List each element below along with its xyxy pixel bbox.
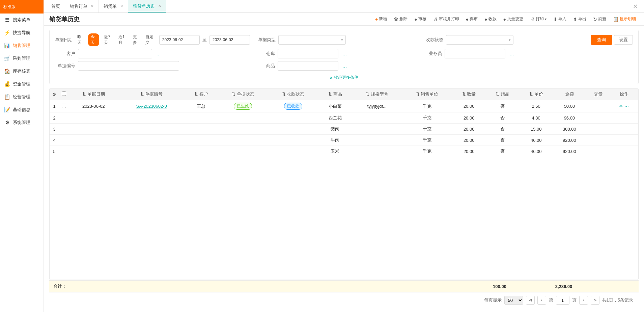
sidebar-item-system[interactable]: ⚙ 系统管理 (0, 116, 44, 129)
col-goods[interactable]: ⇅ 商品 (318, 88, 352, 100)
col-spec[interactable]: ⇅ 规格型号 (352, 88, 402, 100)
row-more-btn[interactable]: ⋯ (624, 104, 629, 109)
delete-icon: 🗑 (394, 17, 398, 22)
refresh-button[interactable]: ↻ 刷新 (590, 15, 609, 23)
row-seq: 4 (50, 135, 59, 146)
audit-print-button[interactable]: 🖨 审核并打印 (430, 15, 462, 23)
import-button[interactable]: ⬇ 导入 (551, 15, 569, 23)
tab-sales-history[interactable]: 销货单历史 ✕ (128, 0, 166, 12)
row-seq: 1 (50, 100, 59, 112)
col-doc-status[interactable]: ⇅ 单据状态 (218, 88, 268, 100)
abandon-icon: ● (466, 17, 469, 22)
row-doc-no: SA-20230602-0 (119, 100, 185, 112)
date-tab-more[interactable]: 更多 (131, 33, 141, 46)
export-button[interactable]: ⬆ 导出 (570, 15, 589, 23)
sidebar-item-basic-info[interactable]: 📝 基础信息 (0, 103, 44, 116)
date-range-sep: 至 (202, 37, 207, 43)
date-tab-yesterday[interactable]: 昨天 (75, 33, 85, 46)
warehouse-ellipsis[interactable]: … (341, 51, 348, 56)
tab-close-all-btn[interactable]: ✕ (629, 3, 641, 10)
per-page-select[interactable]: 50 100 (504, 296, 523, 305)
sidebar-item-sales[interactable]: 📊 销售管理 (0, 39, 44, 52)
show-detail-button[interactable]: 📋 显示明细 (610, 15, 639, 23)
date-from-input[interactable] (159, 35, 200, 45)
filter-row-2: 客户 … 仓库 … 业务员 … (55, 49, 633, 58)
warehouse-input[interactable] (278, 49, 338, 58)
tab-sales-order[interactable]: 销售订单 ✕ (65, 0, 99, 12)
date-tab-custom[interactable]: 自定义 (143, 33, 157, 46)
page-input[interactable] (556, 296, 569, 305)
doc-no-input[interactable] (78, 61, 179, 71)
collapse-arrow-icon: ∧ (330, 75, 333, 80)
sidebar-item-search-menu[interactable]: ☰ 搜索菜单 (0, 14, 44, 26)
row-spec (352, 135, 402, 146)
sidebar-item-label: 基础信息 (13, 107, 30, 113)
col-gift[interactable]: ⇅ 赠品 (486, 88, 520, 100)
doc-type-select[interactable] (278, 35, 346, 45)
audit-button[interactable]: ● 审核 (412, 15, 429, 23)
tab-sales-order-close[interactable]: ✕ (91, 4, 94, 8)
col-gear[interactable]: ⚙ (50, 88, 59, 100)
tab-sales-history-close[interactable]: ✕ (158, 4, 161, 8)
row-doc-no (119, 124, 185, 135)
tab-sales-goods-label: 销货单 (104, 3, 117, 9)
doc-no-link[interactable]: SA-20230602-0 (136, 104, 167, 109)
purchase-icon: 🛒 (4, 55, 10, 61)
row-doc-no (119, 112, 185, 124)
abandon-button[interactable]: ● 弃审 (463, 15, 480, 23)
col-collect-status[interactable]: ⇅ 收款状态 (268, 88, 318, 100)
row-qty: 20.00 (452, 100, 486, 112)
date-tab-today[interactable]: 今天 (88, 33, 100, 46)
date-to-input[interactable] (209, 35, 250, 45)
customer-input[interactable] (78, 49, 152, 58)
tab-sales-goods[interactable]: 销货单 ✕ (99, 0, 128, 12)
sidebar-item-operations[interactable]: 📋 经营管理 (0, 90, 44, 103)
delete-button[interactable]: 🗑 删除 (391, 15, 410, 23)
tab-home[interactable]: 首页 (47, 0, 65, 12)
prev-page-btn[interactable]: ‹ (537, 296, 546, 305)
row-doc-date (68, 146, 119, 157)
col-unit[interactable]: ⇅ 销售单位 (402, 88, 452, 100)
col-doc-no[interactable]: ⇅ 单据编号 (119, 88, 185, 100)
row-delivery (586, 135, 610, 146)
sidebar-item-inventory[interactable]: 🏠 库存核算 (0, 65, 44, 78)
col-qty[interactable]: ⇅ 数量 (452, 88, 486, 100)
goods-input[interactable] (278, 61, 338, 71)
sidebar-item-purchase[interactable]: 🛒 采购管理 (0, 52, 44, 65)
footer-total-qty: 100.00 (466, 284, 533, 289)
col-checkbox[interactable] (59, 88, 68, 100)
row-seq: 5 (50, 146, 59, 157)
row-goods: 玉米 (318, 146, 352, 157)
customer-ellipsis[interactable]: … (155, 51, 162, 56)
row-edit-btn[interactable]: ✏ (619, 104, 623, 109)
add-button[interactable]: + 新增 (372, 15, 390, 23)
goods-ellipsis[interactable]: … (341, 63, 348, 69)
goods-label: 商品 (255, 63, 275, 69)
business-input[interactable] (445, 49, 505, 58)
collapse-btn[interactable]: ∧ 收起更多条件 (55, 73, 633, 80)
col-customer[interactable]: ⇅ 客户 (185, 88, 218, 100)
date-label: 单据日期 (55, 37, 73, 43)
row-checkbox[interactable] (62, 104, 66, 108)
query-button[interactable]: 查询 (591, 35, 612, 45)
print-button[interactable]: 🖨 打印 ▾ (527, 15, 549, 23)
sidebar-item-finance[interactable]: 💰 资金管理 (0, 78, 44, 90)
batch-change-button[interactable]: ● 批量变更 (501, 15, 526, 23)
collect-button[interactable]: ● 收款 (482, 15, 499, 23)
date-tab-7days[interactable]: 近7天 (102, 33, 114, 46)
settings-button[interactable]: 设置 (614, 35, 633, 45)
collect-status-select[interactable] (446, 35, 513, 45)
next-page-btn[interactable]: › (579, 296, 588, 305)
first-page-btn[interactable]: ⊲ (526, 296, 535, 305)
row-cb (59, 100, 68, 112)
last-page-btn[interactable]: ⊳ (591, 296, 599, 305)
date-tab-1month[interactable]: 近1月 (116, 33, 128, 46)
col-price[interactable]: ⇅ 单价 (519, 88, 553, 100)
tab-sales-goods-close[interactable]: ✕ (120, 4, 123, 8)
business-ellipsis[interactable]: … (508, 51, 515, 56)
col-doc-date[interactable]: ⇅ 单据日期 (68, 88, 119, 100)
pagination: 每页显示 50 100 ⊲ ‹ 第 页 › ⊳ 共1页，5条记录 (49, 292, 639, 308)
sidebar-item-quick-nav[interactable]: ⚡ 快捷导航 (0, 26, 44, 39)
select-all-checkbox[interactable] (62, 92, 66, 96)
customer-label: 客户 (55, 51, 75, 57)
